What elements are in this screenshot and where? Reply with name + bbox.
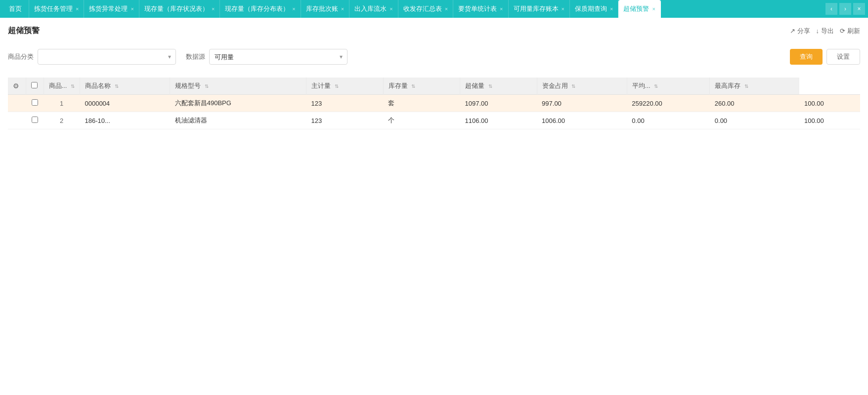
row-spec: 123 bbox=[306, 112, 384, 129]
row-checkbox[interactable] bbox=[32, 99, 38, 106]
topbar: 首页 拣货任务管理 × 拣货异常处理 × 现存量（库存状况表） × 现存量（库存… bbox=[0, 0, 868, 18]
row-max-stock: 100.00 bbox=[799, 112, 860, 129]
close-icon[interactable]: × bbox=[212, 6, 215, 12]
row-stock: 1106.00 bbox=[460, 112, 537, 129]
tab-xiancunliang2[interactable]: 现存量（库存分布表） × bbox=[220, 0, 301, 18]
tab-xiancunliang1[interactable]: 现存量（库存状况表） × bbox=[139, 0, 220, 18]
category-label: 商品分类 bbox=[8, 52, 34, 61]
settings-button[interactable]: 设置 bbox=[826, 49, 860, 65]
table-row: 1 0000004 六配套新昌490BPG 123 套 1097.00 997.… bbox=[8, 95, 860, 112]
row-gear bbox=[8, 112, 26, 129]
row-unit: 个 bbox=[383, 112, 460, 129]
tab-shoupahezong[interactable]: 收发存汇总表 × bbox=[398, 0, 453, 18]
page-content: 超储预警 ↗ 分享 ↓ 导出 ⟳ 刷新 商品分类 bbox=[0, 18, 868, 395]
row-product-code: 0000004 bbox=[80, 95, 170, 112]
col-over-stock: 超储量 ⇅ bbox=[460, 78, 537, 95]
col-checkbox bbox=[26, 78, 43, 95]
close-icon[interactable]: × bbox=[652, 6, 655, 12]
data-table: ⚙ 商品... ⇅ 商品名称 ⇅ 规格型号 ⇅ 主计量 bbox=[8, 78, 860, 129]
row-product-name: 六配套新昌490BPG bbox=[170, 95, 306, 112]
category-filter: 商品分类 bbox=[8, 49, 176, 65]
close-icon[interactable]: × bbox=[610, 6, 613, 12]
col-spec: 规格型号 ⇅ bbox=[170, 78, 306, 95]
row-max-stock: 100.00 bbox=[799, 95, 860, 112]
tab-chaoyuyujing[interactable]: 超储预警 × bbox=[618, 0, 660, 18]
close-icon[interactable]: × bbox=[76, 6, 79, 12]
row-product-name: 机油滤清器 bbox=[170, 112, 306, 129]
close-icon[interactable]: × bbox=[500, 6, 503, 12]
share-button[interactable]: ↗ 分享 bbox=[790, 27, 810, 36]
datasource-select[interactable]: 可用量 bbox=[209, 49, 347, 65]
close-icon[interactable]: × bbox=[562, 6, 564, 12]
close-icon[interactable]: × bbox=[445, 6, 448, 12]
sort-icon[interactable]: ⇅ bbox=[488, 83, 492, 89]
sort-icon[interactable]: ⇅ bbox=[115, 83, 119, 89]
row-number: 1 bbox=[43, 95, 80, 112]
col-avg: 平均... ⇅ bbox=[627, 78, 709, 95]
row-unit: 套 bbox=[383, 95, 460, 112]
refresh-icon: ⟳ bbox=[840, 27, 845, 35]
page-header: 超储预警 ↗ 分享 ↓ 导出 ⟳ 刷新 bbox=[8, 26, 860, 36]
tab-jianhuorenwuguanli[interactable]: 拣货任务管理 × bbox=[29, 0, 84, 18]
export-icon: ↓ bbox=[816, 27, 820, 35]
row-spec: 123 bbox=[306, 95, 384, 112]
row-stock: 1097.00 bbox=[460, 95, 537, 112]
nav-close-button[interactable]: × bbox=[853, 3, 865, 15]
sort-icon[interactable]: ⇅ bbox=[654, 83, 658, 89]
nav-arrows: ‹ › × bbox=[825, 3, 866, 15]
share-icon: ↗ bbox=[790, 27, 795, 35]
export-button[interactable]: ↓ 导出 bbox=[816, 27, 834, 36]
col-stock: 库存量 ⇅ bbox=[383, 78, 460, 95]
table-row: 2 186-10... 机油滤清器 123 个 1106.00 1006.00 … bbox=[8, 112, 860, 129]
filter-actions: 查询 设置 bbox=[790, 49, 860, 65]
sort-icon[interactable]: ⇅ bbox=[411, 83, 415, 89]
category-select-wrapper bbox=[38, 49, 176, 65]
query-button[interactable]: 查询 bbox=[790, 49, 823, 65]
page-title: 超储预警 bbox=[8, 26, 40, 36]
nav-prev-button[interactable]: ‹ bbox=[825, 3, 837, 15]
col-unit: 主计量 ⇅ bbox=[306, 78, 384, 95]
col-product-name: 商品名称 ⇅ bbox=[80, 78, 170, 95]
home-tab[interactable]: 首页 bbox=[2, 0, 29, 18]
close-icon[interactable]: × bbox=[341, 6, 344, 12]
table-header-row: ⚙ 商品... ⇅ 商品名称 ⇅ 规格型号 ⇅ 主计量 bbox=[8, 78, 860, 95]
row-gear bbox=[8, 95, 26, 112]
tab-jianhuoyichangchuli[interactable]: 拣货异常处理 × bbox=[84, 0, 139, 18]
category-select[interactable] bbox=[38, 49, 176, 65]
sort-icon[interactable]: ⇅ bbox=[205, 83, 209, 89]
tab-keyongliang[interactable]: 可用量库存账本 × bbox=[509, 0, 570, 18]
tab-baozhi[interactable]: 保质期查询 × bbox=[570, 0, 618, 18]
col-max-stock: 最高库存 ⇅ bbox=[710, 78, 799, 95]
row-checkbox[interactable] bbox=[32, 117, 38, 123]
tab-yaohuo[interactable]: 要货单统计表 × bbox=[453, 0, 508, 18]
refresh-button[interactable]: ⟳ 刷新 bbox=[840, 27, 860, 36]
datasource-select-wrapper: 可用量 bbox=[209, 49, 347, 65]
gear-icon[interactable]: ⚙ bbox=[13, 82, 19, 90]
row-number: 2 bbox=[43, 112, 80, 129]
select-all-checkbox[interactable] bbox=[31, 82, 38, 88]
row-over-stock: 997.00 bbox=[537, 95, 627, 112]
datasource-filter: 数据源 可用量 bbox=[186, 49, 347, 65]
sort-icon[interactable]: ⇅ bbox=[335, 83, 339, 89]
tab-kucunpicizh[interactable]: 库存批次账 × bbox=[301, 0, 349, 18]
sort-icon[interactable]: ⇅ bbox=[744, 83, 748, 89]
close-icon[interactable]: × bbox=[390, 6, 392, 12]
row-avg: 0.00 bbox=[710, 112, 799, 129]
row-avg: 260.00 bbox=[710, 95, 799, 112]
row-capital: 259220.00 bbox=[627, 95, 709, 112]
header-actions: ↗ 分享 ↓ 导出 ⟳ 刷新 bbox=[790, 27, 861, 36]
row-capital: 0.00 bbox=[627, 112, 709, 129]
col-product-code: 商品... ⇅ bbox=[43, 78, 80, 95]
sort-icon[interactable]: ⇅ bbox=[71, 83, 75, 89]
tab-churukuliushui[interactable]: 出入库流水 × bbox=[349, 0, 398, 18]
close-icon[interactable]: × bbox=[292, 6, 295, 12]
nav-next-button[interactable]: › bbox=[839, 3, 851, 15]
col-capital: 资金占用 ⇅ bbox=[537, 78, 627, 95]
close-icon[interactable]: × bbox=[130, 6, 133, 12]
sort-icon[interactable]: ⇅ bbox=[571, 83, 575, 89]
filter-bar: 商品分类 数据源 可用量 查询 设置 bbox=[8, 44, 860, 70]
row-checkbox-cell bbox=[26, 112, 43, 129]
col-gear: ⚙ bbox=[8, 78, 26, 95]
row-product-code: 186-10... bbox=[80, 112, 170, 129]
datasource-label: 数据源 bbox=[186, 52, 205, 61]
